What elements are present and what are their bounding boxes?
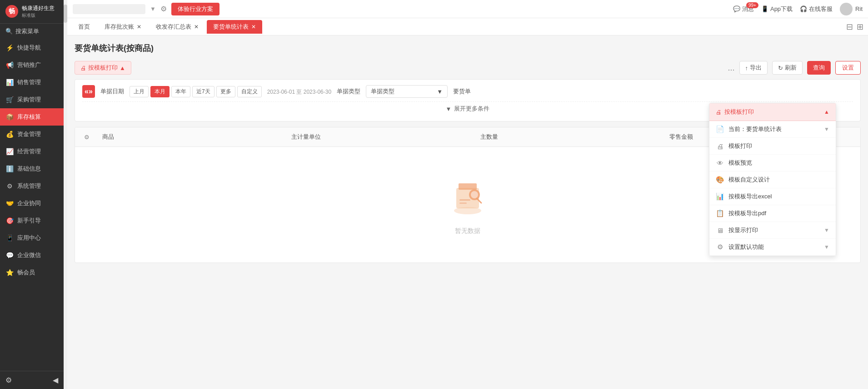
date-buttons: 上月 本月 本年 近7天 更多 自定义 [130, 86, 262, 97]
date-btn-this-year[interactable]: 本年 [171, 86, 190, 97]
action-bar: 🖨 按模板打印 ▲ ... ↑ 导出 ↻ 刷新 查询 设置 [75, 61, 861, 75]
sidebar-item-inventory[interactable]: 📦 库存核算 [0, 108, 64, 126]
tab-label: 首页 [78, 23, 90, 31]
tab-collection[interactable]: 收发存汇总表 ✕ [150, 20, 205, 34]
topbar-gear-icon[interactable]: ⚙ [160, 5, 167, 13]
sidebar-item-quick-nav[interactable]: ⚡ 快捷导航 [0, 39, 64, 56]
refresh-button[interactable]: ↻ 刷新 [772, 61, 803, 75]
app-download-icon: 📱 [761, 5, 768, 12]
template-print-label: 模板打印 [728, 142, 752, 150]
sidebar-item-marketing[interactable]: 📢 营销推广 [0, 56, 64, 74]
tab-home[interactable]: 首页 [72, 20, 96, 34]
date-btn-this-month[interactable]: 本月 [150, 86, 170, 97]
tab-close-order-stats[interactable]: ✕ [251, 24, 256, 30]
more-actions-icon[interactable]: ... [728, 63, 734, 73]
current-template-label: 当前：要货单统计表 [728, 125, 782, 133]
print-dropdown-item-template-custom[interactable]: 🎨 模板自定义设计 [709, 172, 836, 188]
template-custom-label: 模板自定义设计 [728, 176, 770, 184]
member-icon: ⭐ [5, 269, 14, 276]
table-col-settings[interactable]: ⚙ [80, 132, 99, 142]
sidebar-item-label: 资金管理 [17, 130, 41, 138]
date-filter-label: 单据日期 [100, 87, 124, 96]
print-dropdown-default-func[interactable]: ⚙ 设置默认功能 ▼ [709, 239, 836, 256]
app-download-button[interactable]: 📱 App下载 [761, 5, 793, 13]
sidebar-item-wechat[interactable]: 💬 企业微信 [0, 247, 64, 264]
system-icon: ⚙ [5, 182, 14, 190]
date-btn-more[interactable]: 更多 [216, 86, 235, 97]
sidebar-scroll-thumb[interactable] [64, 5, 67, 23]
sidebar-footer: ⚙ ◀ [0, 371, 64, 389]
collapse-icon[interactable]: ◀ [53, 376, 58, 384]
sidebar-item-purchase[interactable]: 🛒 采购管理 [0, 91, 64, 108]
trial-button[interactable]: 体验行业方案 [171, 3, 219, 15]
print-dropdown-item-template-pdf[interactable]: 📋 按模板导出pdf [709, 205, 836, 222]
topbar: ▼ ⚙ 体验行业方案 💬 消息 99+ 📱 App下载 🎧 在线客服 Rit [67, 0, 868, 18]
print-dropdown-item-template-print[interactable]: 🖨 模板打印 [709, 138, 836, 155]
sidebar-item-operations[interactable]: 📈 经营管理 [0, 143, 64, 160]
date-btn-last-month[interactable]: 上月 [130, 86, 149, 97]
table-settings-icon[interactable]: ⚙ [84, 134, 90, 141]
username-label: Rit [855, 5, 863, 12]
online-service-button[interactable]: 🎧 在线客服 [800, 5, 833, 13]
search-icon: 🔍 [5, 28, 13, 35]
print-dropdown: 🖨 按模板打印 ▲ 📄 当前：要货单统计表 ▼ 🖨 模板打印 👁 模板预览 🎨 [709, 103, 836, 256]
sidebar-item-basic[interactable]: ℹ️ 基础信息 [0, 160, 64, 177]
settings-button[interactable]: 设置 [835, 61, 861, 75]
doc-type-label: 单据类型 [337, 87, 360, 96]
sidebar-item-apps[interactable]: 📱 应用中心 [0, 229, 64, 247]
sidebar-nav: ⚡ 快捷导航 📢 营销推广 📊 销售管理 🛒 采购管理 📦 库存核算 💰 资金管… [0, 39, 64, 371]
sidebar-search[interactable]: 🔍 搜索菜单 [0, 24, 64, 39]
date-range-display: 2023-06-01 至 2023-06-30 [267, 88, 331, 96]
sidebar-scrollbar[interactable] [64, 0, 67, 389]
tab-batch[interactable]: 库存批次账 ✕ [98, 20, 148, 34]
doc-type-value: 单据类型 [371, 87, 394, 96]
quick-nav-icon: ⚡ [5, 44, 14, 51]
print-dropdown-item-template-preview[interactable]: 👁 模板预览 [709, 155, 836, 172]
tab-close-batch[interactable]: ✕ [137, 24, 141, 30]
date-btn-7days[interactable]: 近7天 [192, 86, 215, 97]
main-area: ▼ ⚙ 体验行业方案 💬 消息 99+ 📱 App下载 🎧 在线客服 Rit [67, 0, 868, 389]
message-bell-icon: 💬 [733, 5, 740, 12]
tab-expand-icon[interactable]: ⊞ [857, 22, 863, 32]
filter-collapse-button[interactable]: «» [82, 85, 95, 98]
sidebar-logo: 畅 畅康通好生意 标准版 [0, 0, 64, 24]
sidebar: 畅 畅康通好生意 标准版 🔍 搜索菜单 ⚡ 快捷导航 📢 营销推广 📊 销售管理… [0, 0, 64, 389]
app-name: 畅康通好生意 [22, 5, 55, 12]
print-dropdown-display-print[interactable]: 🖥 按显示打印 ▼ [709, 222, 836, 239]
user-profile[interactable]: Rit [840, 3, 863, 15]
topbar-dropdown-icon[interactable]: ▼ [150, 5, 156, 12]
tab-minimize-icon[interactable]: ⊟ [846, 22, 853, 32]
default-func-label: 设置默认功能 [728, 243, 764, 251]
print-dropdown-close-icon[interactable]: ▲ [824, 109, 829, 115]
sidebar-item-finance[interactable]: 💰 资金管理 [0, 126, 64, 143]
doc-type-chevron: ▼ [437, 88, 443, 95]
sidebar-item-system[interactable]: ⚙ 系统管理 [0, 177, 64, 195]
guide-icon: 🎯 [5, 217, 14, 224]
doc-type-select[interactable]: 单据类型 ▼ [366, 85, 448, 98]
sidebar-item-guide[interactable]: 🎯 新手引导 [0, 212, 64, 229]
tab-order-stats[interactable]: 要货单统计表 ✕ [207, 20, 262, 34]
date-btn-custom[interactable]: 自定义 [237, 86, 262, 97]
print-dropdown-header: 🖨 按模板打印 ▲ [709, 103, 836, 121]
settings-footer-icon[interactable]: ⚙ [5, 376, 12, 384]
messages-badge: 99+ [746, 2, 758, 8]
template-excel-icon: 📊 [716, 192, 724, 201]
tab-close-collection[interactable]: ✕ [194, 24, 199, 30]
sidebar-item-sales[interactable]: 📊 销售管理 [0, 74, 64, 91]
sidebar-item-label: 应用中心 [17, 234, 41, 242]
sidebar-item-enterprise[interactable]: 🤝 企业协同 [0, 195, 64, 212]
print-dropdown-current[interactable]: 📄 当前：要货单统计表 ▼ [709, 121, 836, 138]
print-dropdown-item-template-excel[interactable]: 📊 按模板导出excel [709, 188, 836, 205]
export-button[interactable]: ↑ 导出 [739, 61, 768, 75]
query-button[interactable]: 查询 [807, 61, 831, 75]
content-area: 要货单统计表(按商品) 🖨 按模板打印 ▲ ... ↑ 导出 ↻ 刷新 查询 [67, 35, 868, 389]
messages-button[interactable]: 💬 消息 99+ [733, 5, 754, 13]
topbar-search-input[interactable] [73, 4, 145, 14]
sidebar-item-member[interactable]: ⭐ 畅会员 [0, 264, 64, 281]
online-service-label: 在线客服 [809, 5, 833, 13]
tabs-bar: 首页 库存批次账 ✕ 收发存汇总表 ✕ 要货单统计表 ✕ ⊟ ⊞ [67, 18, 868, 35]
export-icon: ↑ [745, 65, 748, 71]
print-template-button[interactable]: 🖨 按模板打印 ▲ [75, 61, 131, 75]
marketing-icon: 📢 [5, 61, 14, 69]
empty-label: 暂无数据 [455, 227, 480, 235]
